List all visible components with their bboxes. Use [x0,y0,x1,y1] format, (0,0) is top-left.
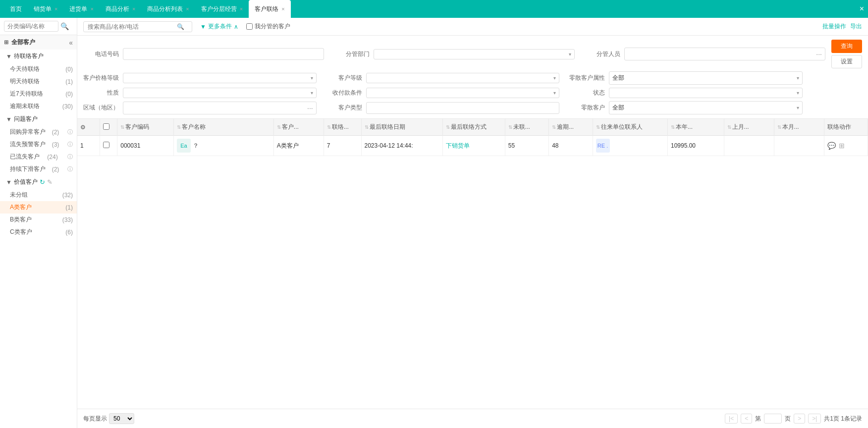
setting-btn[interactable]: 设置 [831,55,862,68]
batch-operation-btn[interactable]: 批量操作 [822,22,846,31]
my-customers-checkbox-label[interactable]: 我分管的客户 [246,22,290,31]
query-btn[interactable]: 查询 [831,40,862,53]
uncontacted-sort-icon: ⇅ [508,124,512,130]
sidebar-group-value[interactable]: ▼ 价值客户 ↻ ✎ [0,175,77,189]
sidebar-item-loss-warning[interactable]: 流失预警客户 (3) ⓘ [0,138,77,151]
last-method-link[interactable]: 下销货单 [446,142,470,149]
sidebar-search-icon[interactable]: 🔍 [60,22,69,30]
select-all-checkbox[interactable] [103,123,109,130]
filter-region-select[interactable]: ··· [123,102,317,114]
th-uncontacted[interactable]: ⇅未联... [505,119,548,136]
sidebar-item-lost[interactable]: 已流失客户 (24) ⓘ [0,151,77,163]
filter-icon: ▼ [200,23,206,30]
overdue-sort-icon: ⇅ [552,124,556,130]
type-sort-icon: ⇅ [277,124,281,130]
close-sales-icon[interactable]: × [54,6,57,12]
th-customer-type[interactable]: ⇅客户... [273,119,324,136]
th-last-contact-date[interactable]: ⇅最后联络日期 [361,119,442,136]
filter-phone-input[interactable] [123,48,324,60]
sidebar-collapse-icon[interactable]: « [69,39,73,47]
first-page-btn[interactable]: |< [725,414,738,424]
abnormal-info-icon: ⓘ [67,128,73,136]
close-purchase-icon[interactable]: × [90,6,93,12]
sidebar-item-overdue-pending[interactable]: 逾期未联络 (30) [0,100,77,112]
table-header-row: ⚙ ⇅客户编码 ⇅客户名称 ⇅客户... ⇅联络... ⇅最后联络日期 ⇅最后联… [77,119,868,136]
sidebar-group-pending[interactable]: ▼ 待联络客户 [0,50,77,63]
filter-retail-attr-label: 零散客户属性 [569,74,609,82]
row-last-method[interactable]: 下销货单 [442,136,505,156]
value-edit-icon[interactable]: ✎ [47,178,53,186]
row-checkbox[interactable] [103,142,109,148]
th-code[interactable]: ⇅客户编码 [117,119,174,136]
th-last-month[interactable]: ⇅上月... [724,119,774,136]
sidebar-item-class-b[interactable]: B类客户 (33) [0,214,77,226]
my-customers-checkbox[interactable] [246,23,253,30]
page-size-select[interactable]: 10 20 50 100 [109,413,134,424]
filter-retail-customer-select[interactable]: 全部 ▾ [609,101,803,114]
more-filter-btn[interactable]: ▼ 更多条件 ∧ [196,21,242,32]
sidebar-item-7days-pending[interactable]: 近7天待联络 (0) [0,88,77,100]
nav-tab-customer-segment[interactable]: 客户分层经营 × [195,0,249,18]
sidebar-item-unclassified[interactable]: 未分组 (32) [0,189,77,201]
sidebar-item-declining[interactable]: 持续下滑客户 (2) ⓘ [0,163,77,175]
class-c-label: C类客户 [10,228,32,236]
filter-region-label: 区域（地区） [83,104,123,112]
th-this-year[interactable]: ⇅本年... [667,119,724,136]
last-page-btn[interactable]: >| [808,414,821,424]
filter-retail-attr-select[interactable]: 全部 ▾ [609,71,803,85]
th-contact-person[interactable]: ⇅往来单位联系人 [593,119,667,136]
nav-tab-purchase[interactable]: 进货单 × [63,0,99,18]
filter-price-level-select[interactable]: ▾ [123,73,317,83]
th-this-month[interactable]: ⇅本月... [774,119,824,136]
all-customers-label: 全部客户 [11,38,35,47]
sidebar-item-tomorrow-pending[interactable]: 明天待联络 (1) [0,75,77,88]
last-method-sort-icon: ⇅ [446,124,450,130]
filter-retail-attr: 零散客户属性 全部 ▾ [569,71,803,85]
th-contact-count[interactable]: ⇅联络... [324,119,361,136]
row-overdue: 48 [549,136,593,156]
table-area: ⚙ ⇅客户编码 ⇅客户名称 ⇅客户... ⇅联络... ⇅最后联络日期 ⇅最后联… [77,119,868,409]
sidebar-item-today-pending[interactable]: 今天待联络 (0) [0,63,77,75]
export-btn[interactable]: 导出 [850,22,862,31]
qrcode-icon[interactable]: ⊞ [839,142,845,150]
prev-page-btn[interactable]: < [741,414,752,424]
th-overdue[interactable]: ⇅逾期... [549,119,593,136]
row-contact-count: 7 [324,136,361,156]
sidebar-item-class-c[interactable]: C类客户 (6) [0,226,77,238]
close-analysis-icon[interactable]: × [132,6,135,12]
chat-icon[interactable]: 💬 [827,142,836,150]
nav-tab-home[interactable]: 首页 [4,0,28,18]
value-refresh-icon[interactable]: ↻ [40,178,45,186]
th-name[interactable]: ⇅客户名称 [173,119,273,136]
nav-tab-sales[interactable]: 销货单 × [28,0,63,18]
filter-status-select[interactable]: ▾ [609,88,803,98]
sidebar-search-input[interactable] [4,21,58,32]
sidebar-all-customers-header[interactable]: ⊞ 全部客户 « [0,35,77,50]
filter-customer-type-input[interactable] [366,102,560,114]
row-checkbox-cell[interactable] [100,136,117,156]
sidebar-group-problem[interactable]: ▼ 问题客户 [0,112,77,126]
th-last-contact-method[interactable]: ⇅最后联络方式 [442,119,505,136]
next-page-btn[interactable]: > [794,414,805,424]
close-customer-segment-icon[interactable]: × [240,6,243,12]
filter-nature-select[interactable]: ▾ [123,88,317,98]
page-number-input[interactable]: 1 [764,414,782,424]
th-checkbox[interactable] [100,119,117,136]
filter-customer-level-select[interactable]: ▾ [366,73,560,83]
main-search-icon[interactable]: 🔍 [177,23,184,30]
sidebar-item-class-a[interactable]: A类客户 (1) [0,201,77,214]
main-search-input[interactable] [88,23,177,30]
nav-tab-customer-contact[interactable]: 客户联络 × [249,0,290,18]
customer-segment-label: 客户分层经营 [201,5,237,13]
close-customer-contact-icon[interactable]: × [281,6,284,12]
close-analysis-list-icon[interactable]: × [186,6,189,12]
filter-dept-select[interactable]: ▾ [374,49,575,59]
filter-payment-select[interactable]: ▾ [366,88,560,98]
th-settings[interactable]: ⚙ [77,119,100,136]
nav-tab-analysis-list[interactable]: 商品分析列表 × [141,0,195,18]
filter-person-select[interactable]: ··· [624,48,825,60]
th-this-year-label: 本年... [676,123,693,130]
close-all-btn[interactable]: × [860,4,864,13]
nav-tab-analysis[interactable]: 商品分析 × [100,0,141,18]
sidebar-item-abnormal[interactable]: 回购异常客户 (2) ⓘ [0,126,77,138]
